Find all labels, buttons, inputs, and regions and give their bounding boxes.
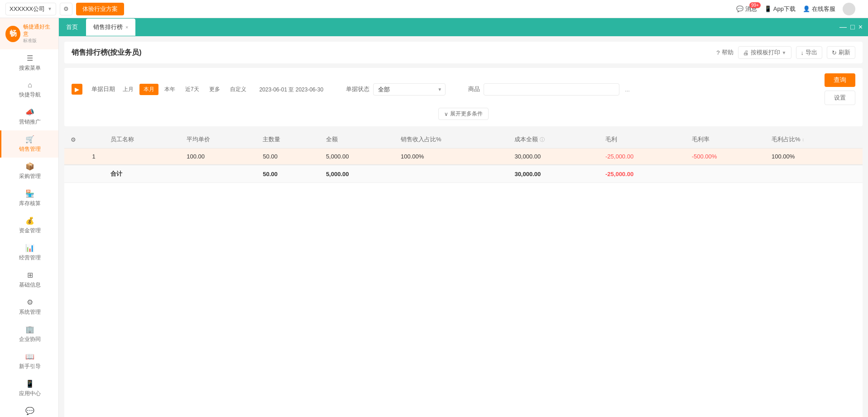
sidebar-label-search-order: 搜索菜单 [19, 64, 41, 72]
expand-more-button[interactable]: ∨ 展开更多条件 [438, 108, 489, 120]
th-cost: 成本全额 ⓘ [509, 131, 600, 149]
message-badge: 99+ [749, 2, 761, 8]
sidebar-item-basic[interactable]: ⊞ 基础信息 [0, 266, 58, 293]
tab-close-tab-icon[interactable]: × [858, 23, 863, 31]
tab-home[interactable]: 首页 [59, 19, 85, 36]
date-btn-more[interactable]: 更多 [205, 84, 224, 95]
service-label: 在线客服 [812, 5, 835, 13]
td-avg-price: 100.00 [181, 149, 257, 165]
company-chevron-icon: ▼ [48, 6, 52, 11]
tab-close-icon[interactable]: × [125, 24, 128, 30]
goods-input[interactable] [484, 83, 619, 96]
page-header: 销售排行榜(按业务员) ? 帮助 🖨 按模板打印 ▼ ↓ 导出 [64, 42, 863, 63]
export-icon: ↓ [801, 49, 804, 56]
content-area: 首页 销售排行榜 × — □ × 销售排行榜(按业务员) ? 帮助 [59, 18, 868, 417]
help-icon: ? [716, 49, 719, 56]
tf-gross: -25,000.00 [600, 165, 686, 183]
th-gross: 毛利 [600, 131, 686, 149]
guide-icon: 📖 [25, 352, 34, 361]
tab-sales-ranking[interactable]: 销售排行榜 × [86, 19, 135, 36]
filter-arrow-icon[interactable]: ▶ [72, 84, 82, 95]
status-select[interactable]: 全部 已审核 未审核 [373, 83, 446, 96]
app-download-button[interactable]: 📱 App下载 [764, 5, 796, 13]
tf-settings [64, 165, 82, 183]
search-order-icon: ☰ [27, 54, 33, 62]
sidebar-logo: 畅 畅捷通好生意 标准版 [0, 18, 58, 49]
export-button[interactable]: ↓ 导出 [796, 46, 823, 59]
sidebar-item-appstore[interactable]: 📱 应用中心 [0, 375, 58, 402]
sidebar-item-enterprise[interactable]: 🏢 企业协同 [0, 321, 58, 348]
sidebar-item-operations[interactable]: 📊 经营管理 [0, 239, 58, 266]
sidebar-item-purchase[interactable]: 📦 采购管理 [0, 158, 58, 185]
sidebar-item-inventory[interactable]: 🏪 库存核算 [0, 185, 58, 212]
date-btn-this-year[interactable]: 本年 [160, 84, 179, 95]
company-name: XXXXXX公司 [10, 5, 45, 13]
sidebar-label-guide: 新手引导 [19, 363, 41, 370]
trial-button[interactable]: 体验行业方案 [76, 3, 124, 15]
tab-minimize-icon[interactable]: — [839, 23, 847, 31]
logo-main-text: 畅捷通好生意 [23, 24, 53, 38]
th-rank [82, 131, 105, 149]
main-layout: 畅 畅捷通好生意 标准版 ☰ 搜索菜单 ⌂ 快捷导航 📣 营销推广 🛒 销售管理 [0, 18, 868, 417]
settings-icon[interactable]: ⚙ [60, 3, 72, 15]
sidebar-item-finance[interactable]: 💰 资金管理 [0, 212, 58, 239]
td-sales-ratio: 100.00% [395, 149, 509, 165]
sidebar-item-system[interactable]: ⚙ 系统管理 [0, 293, 58, 321]
print-chevron-icon: ▼ [782, 50, 786, 55]
purchase-icon: 📦 [25, 162, 34, 171]
date-range-text: 2023-06-01 至 2023-06-30 [259, 86, 323, 94]
help-button[interactable]: ? 帮助 [716, 48, 733, 57]
message-button[interactable]: 💬 消息 99+ [736, 5, 757, 13]
sidebar-item-wechat[interactable]: 💬 企业微信 [0, 402, 58, 417]
app-label: App下载 [773, 5, 796, 13]
expand-row: ∨ 展开更多条件 [72, 105, 855, 121]
sidebar-item-shortcut[interactable]: ⌂ 快捷导航 [0, 77, 58, 103]
print-button[interactable]: 🖨 按模板打印 ▼ [738, 46, 791, 59]
filter-item-status: 单据状态 全部 已审核 未审核 ▼ [346, 83, 446, 96]
tf-quantity: 50.00 [257, 165, 320, 183]
page-actions: ? 帮助 🖨 按模板打印 ▼ ↓ 导出 ↻ 刷新 [716, 46, 855, 59]
inventory-icon: 🏪 [25, 189, 34, 198]
tab-maximize-icon[interactable]: □ [850, 23, 855, 31]
tab-bar-actions: — □ × [839, 23, 868, 31]
tf-sales-ratio [395, 165, 509, 183]
gross-ratio-sort-icon[interactable]: ↕ [802, 137, 804, 142]
sidebar-item-guide[interactable]: 📖 新手引导 [0, 348, 58, 375]
date-filter-label: 单据日期 [91, 85, 115, 93]
td-row-settings [64, 149, 82, 165]
table-body: 1 100.00 50.00 5,000.00 100.00% 30,000.0… [64, 149, 863, 165]
query-button[interactable]: 查询 [825, 73, 855, 87]
sidebar-label-finance: 资金管理 [19, 227, 41, 235]
th-amount: 全额 [321, 131, 395, 149]
refresh-button[interactable]: ↻ 刷新 [827, 46, 855, 59]
goods-more-icon[interactable]: ... [625, 86, 630, 93]
tf-label: 合计 [105, 165, 181, 183]
sidebar-item-sales[interactable]: 🛒 销售管理 [0, 130, 58, 158]
app-icon: 📱 [764, 5, 772, 12]
date-btn-custom[interactable]: 自定义 [226, 84, 250, 95]
th-gross-ratio: 毛利占比% ↕ [766, 131, 863, 149]
date-btn-last-month[interactable]: 上月 [119, 84, 138, 95]
date-btn-this-month[interactable]: 本月 [139, 84, 158, 95]
refresh-label: 刷新 [839, 48, 850, 57]
date-btn-7days[interactable]: 近7天 [181, 84, 203, 95]
help-label: 帮助 [722, 48, 734, 57]
tab-bar: 首页 销售排行榜 × — □ × [59, 18, 868, 36]
wechat-icon: 💬 [25, 407, 34, 415]
appstore-icon: 📱 [25, 379, 34, 388]
online-service-button[interactable]: 👤 在线客服 [803, 5, 835, 13]
cost-info-icon[interactable]: ⓘ [540, 137, 545, 142]
sidebar-label-purchase: 采购管理 [19, 173, 41, 180]
filter-row-1: ▶ 单据日期 上月 本月 本年 近7天 更多 自定义 [72, 73, 855, 105]
avatar[interactable] [843, 3, 855, 15]
tf-cost: 30,000.00 [509, 165, 600, 183]
td-gross: -25,000.00 [600, 149, 686, 165]
page-settings-button[interactable]: 设置 [825, 91, 855, 105]
expand-label: 展开更多条件 [450, 110, 483, 118]
th-settings[interactable]: ⚙ [64, 131, 82, 149]
sidebar-item-search-order[interactable]: ☰ 搜索菜单 [0, 49, 58, 77]
company-selector[interactable]: XXXXXX公司 ▼ [5, 3, 56, 15]
sidebar-item-marketing[interactable]: 📣 营销推广 [0, 103, 58, 130]
status-filter-label: 单据状态 [346, 85, 369, 93]
td-amount: 5,000.00 [321, 149, 395, 165]
